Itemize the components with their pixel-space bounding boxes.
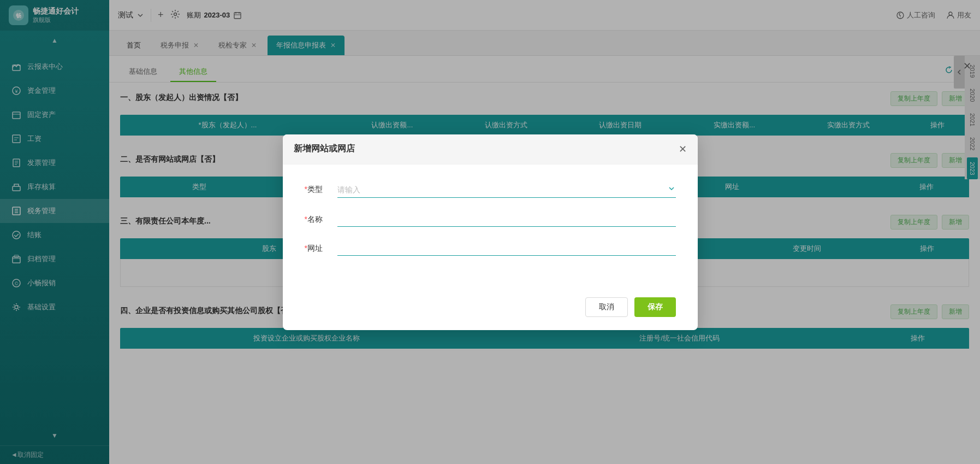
- type-dropdown-icon[interactable]: [667, 184, 676, 195]
- add-website-dialog: 新增网站或网店 ✕ *类型 *名称: [283, 134, 698, 330]
- url-label: *网址: [305, 244, 337, 254]
- type-label-text: 类型: [307, 185, 323, 193]
- url-input-wrap: [337, 242, 676, 256]
- type-input[interactable]: [337, 185, 667, 194]
- cancel-button[interactable]: 取消: [585, 297, 628, 317]
- dialog-header: 新增网站或网店 ✕: [283, 134, 698, 165]
- type-label: *类型: [305, 185, 337, 195]
- name-label: *名称: [305, 215, 337, 225]
- url-label-text: 网址: [307, 244, 323, 252]
- url-input[interactable]: [337, 244, 676, 253]
- name-input[interactable]: [337, 215, 676, 224]
- form-row-type: *类型: [305, 182, 676, 198]
- dialog-footer: 取消 保存: [283, 289, 698, 330]
- dialog-title: 新增网站或网店: [294, 143, 355, 155]
- dialog-close-button[interactable]: ✕: [679, 143, 687, 155]
- form-row-url: *网址: [305, 242, 676, 256]
- type-input-wrap: [337, 182, 676, 198]
- dialog-body: *类型 *名称 *网址: [283, 165, 698, 289]
- name-label-text: 名称: [307, 215, 323, 224]
- name-input-wrap: [337, 213, 676, 227]
- form-row-name: *名称: [305, 213, 676, 227]
- save-button[interactable]: 保存: [634, 297, 676, 317]
